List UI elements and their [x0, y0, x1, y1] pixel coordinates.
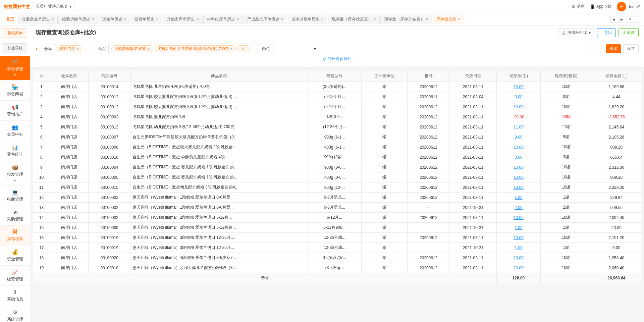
tab-prev-btn[interactable]: ◀: [610, 16, 617, 23]
tab-11[interactable]: 库存批次账 ✕: [433, 15, 464, 24]
close-tab-9[interactable]: ✕: [373, 17, 376, 21]
workspace-selector[interactable]: 母婴行业演示账套 ▾: [33, 2, 74, 11]
row-qty-main[interactable]: 10.00: [497, 172, 540, 182]
message-btn[interactable]: ✉ 消息: [572, 4, 585, 9]
export-btn[interactable]: ↓ 导出: [597, 28, 616, 37]
row-qty-main[interactable]: 10.00: [497, 233, 540, 243]
row-qty-main[interactable]: 1.00: [497, 223, 540, 233]
sidebar-item-marketing[interactable]: 📢 营销推广: [0, 101, 30, 121]
row-qty-main[interactable]: 9.00: [497, 132, 540, 142]
query-btn[interactable]: 查询: [606, 44, 621, 53]
sidebar-item-shop[interactable]: 🏪 零售商城: [0, 80, 30, 101]
tab-close-btn[interactable]: ✕: [627, 16, 633, 23]
sidebar-item-retail[interactable]: 🛒 零售管理 ▾: [0, 56, 30, 80]
sidebar-item-operations[interactable]: 📈 经营管理: [0, 266, 30, 286]
tab-5[interactable]: 其他出库单历史 ✕: [163, 15, 203, 24]
settings-btn[interactable]: 设置: [623, 44, 639, 53]
tab-next-btn[interactable]: ▶: [619, 16, 625, 23]
close-tab-4[interactable]: ✕: [156, 17, 159, 21]
tab-4[interactable]: 要货单历史 ✕: [131, 15, 162, 24]
tab-8[interactable]: 成本调整单历史 ✕: [288, 15, 327, 24]
sidebar-item-basic[interactable]: ℹ 基础信息: [0, 286, 30, 306]
tab-10[interactable]: 现存量（库存分布表） ✕: [380, 15, 432, 24]
expand-filter-btn[interactable]: ›: [36, 46, 37, 52]
close-tab-1[interactable]: ✕: [51, 17, 54, 21]
print-btn[interactable]: 🖨 按模板打印 ▾: [558, 28, 594, 37]
row-qty-main[interactable]: 2.00: [497, 203, 540, 213]
row-unit: 罐: [361, 243, 408, 253]
amount-info-icon[interactable]: i: [623, 74, 627, 78]
print-label: 按模板打印: [567, 30, 587, 36]
close-tab-6[interactable]: ✕: [236, 17, 239, 21]
close-tab-10[interactable]: ✕: [426, 17, 428, 21]
table-row: 2 南岸门店 00100012 飞鹤星飞帆 较大婴儿配方奶粉 2段(6-12个月…: [33, 92, 641, 102]
row-qty-main[interactable]: 1.00: [497, 243, 540, 253]
row-qty-main[interactable]: 10.00: [497, 142, 540, 152]
product-filter: 商品 飞鹤奶粉3段四罐装 ✕ 飞鹤星飞帆 儿童奶粉 4段(3-6岁适用) 700…: [98, 44, 258, 54]
row-code: 00100009: [88, 223, 130, 233]
row-qty-pkg: 9罐: [540, 132, 592, 142]
remove-product-tag-2[interactable]: ✕: [230, 47, 233, 51]
remove-warehouse-tag-1[interactable]: ✕: [76, 47, 79, 51]
sidebar-item-inventory[interactable]: 🗄 库存核算: [0, 226, 30, 246]
row-qty-main[interactable]: 1.00: [497, 193, 540, 203]
row-qty-main[interactable]: 10.00: [497, 102, 540, 112]
row-qty-main[interactable]: 10.00: [497, 182, 540, 193]
row-qty-main[interactable]: -39.00: [497, 112, 540, 122]
tab-9[interactable]: 现存量（库存状况表） ✕: [328, 15, 380, 24]
row-unit: 罐: [361, 152, 408, 162]
product-more[interactable]: ···: [252, 47, 255, 51]
warehouse-tag-1: 南岸门店 ✕: [57, 45, 82, 52]
close-tab-2[interactable]: ✕: [92, 17, 94, 21]
row-qty-main[interactable]: 3.00: [497, 152, 540, 162]
row-num: 18: [33, 253, 50, 263]
sidebar-item-ecommerce[interactable]: 💻 电商管理: [0, 186, 30, 206]
table-row: 1 南岸门店 00100014 飞鹤星飞帆 儿童奶粉 4段(3-6岁适用) 70…: [33, 82, 641, 92]
expand-row: ⋁ 展开更多条件: [36, 54, 639, 64]
warehouse-more[interactable]: ···: [84, 47, 87, 51]
row-name: 合生元（BIOSTIME）派星 学龄前儿童配方奶粉 4段: [130, 152, 308, 162]
sidebar-item-system[interactable]: ⚙ 系统管理: [0, 306, 30, 322]
tab-home[interactable]: 首页: [3, 15, 17, 24]
search-menu-btn[interactable]: 搜索菜单: [3, 28, 27, 38]
product-input[interactable]: 飞鹤奶粉3段四罐装 ✕ 飞鹤星飞帆 儿童奶粉 4段(3-6岁适用) 700克 ✕…: [108, 44, 258, 54]
row-qty-main[interactable]: 10.00: [497, 82, 540, 92]
quick-nav-btn[interactable]: 快捷导航: [3, 43, 27, 53]
column-settings-icon[interactable]: ⚙: [40, 74, 43, 78]
tab-7[interactable]: 产成品入库单历史 ✕: [244, 15, 287, 24]
row-name: 惠氏启醇（Wyeth illuma）亲和人体儿童配方奶粉4段（3...: [130, 263, 308, 273]
tab-2[interactable]: 组装拆卸单历史 ✕: [58, 15, 98, 24]
row-qty-main[interactable]: 10.00: [497, 263, 540, 273]
expand-conditions-btn[interactable]: ⋁ 展开更多条件: [38, 56, 637, 62]
remove-product-tag-1[interactable]: ✕: [147, 47, 150, 51]
warehouse-input[interactable]: 南岸门店 ✕ ···: [54, 44, 94, 54]
row-qty-main[interactable]: 10.00: [497, 253, 540, 263]
close-tab-3[interactable]: ✕: [124, 17, 126, 21]
row-unit: 罐: [361, 213, 408, 223]
sidebar-item-purchase[interactable]: 🛍 采购管理: [0, 206, 30, 226]
tab-3[interactable]: 调拨单历史 ✕: [99, 15, 130, 24]
sidebar-item-stats[interactable]: 📊 零售统计: [0, 141, 30, 161]
row-batch: —: [408, 243, 449, 253]
row-qty-main[interactable]: 10.00: [497, 162, 540, 172]
color-input[interactable]: ▾: [272, 45, 319, 53]
close-tab-5[interactable]: ✕: [196, 17, 199, 21]
app-download-btn[interactable]: 📱 App下载: [590, 4, 611, 9]
close-tab-7[interactable]: ✕: [281, 17, 283, 21]
user-area[interactable]: E demo2: [617, 2, 640, 11]
sidebar-item-member[interactable]: 👥 会员中心: [0, 121, 30, 141]
refresh-btn[interactable]: ↺ 刷新: [619, 28, 639, 37]
row-qty-main[interactable]: 0.00: [497, 92, 540, 102]
row-qty-main[interactable]: 11.00: [497, 122, 540, 132]
row-qty-main[interactable]: 10.00: [497, 213, 540, 223]
th-settings[interactable]: ⚙: [33, 70, 50, 82]
tab-1[interactable]: 分量盘点单历史 ✕: [18, 15, 58, 24]
sidebar-item-finance[interactable]: 💰 资金管理: [0, 246, 30, 266]
tab-menu-btn[interactable]: ⋮: [635, 16, 641, 23]
close-tab-8[interactable]: ✕: [321, 17, 324, 21]
row-batch: 20200612: [408, 172, 449, 182]
close-tab-11[interactable]: ✕: [458, 17, 461, 21]
tab-6[interactable]: 材料出库单历史 ✕: [203, 15, 243, 24]
top-bar-right: ✉ 消息 📱 App下载 E demo2: [572, 2, 640, 11]
sidebar-item-wholesale[interactable]: 📦 批发管理 ▾: [0, 161, 30, 186]
